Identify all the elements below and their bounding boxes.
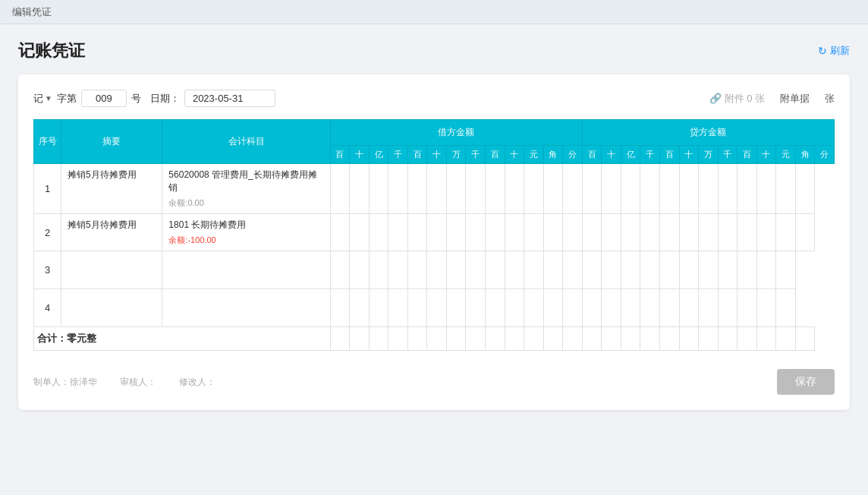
seq-cell: 1 bbox=[34, 164, 61, 214]
seq-cell: 3 bbox=[34, 251, 61, 289]
page-header: 记账凭证 ↻ 刷新 bbox=[18, 39, 850, 62]
sub-qian1: 千 bbox=[388, 146, 408, 164]
title-bar: 编辑凭证 bbox=[0, 0, 868, 24]
page-container: 记账凭证 ↻ 刷新 记 ▼ 字第 号 日期： 🔗 bbox=[0, 24, 868, 495]
voucher-table: 序号 摘要 会计科目 借方金额 贷方金额 百 十 亿 千 百 十 万 bbox=[33, 119, 835, 351]
sub-wan2: 万 bbox=[699, 146, 719, 164]
bottom-info: 制单人：徐泽华 审核人： 修改人： bbox=[33, 376, 215, 389]
summary-cell[interactable]: 摊销5月待摊费用 bbox=[61, 214, 162, 251]
refresh-button[interactable]: ↻ 刷新 bbox=[818, 44, 850, 58]
summary-cell[interactable]: 摊销5月待摊费用 bbox=[61, 164, 162, 214]
col-account-header: 会计科目 bbox=[162, 120, 330, 164]
account-cell[interactable]: 1801 长期待摊费用 余额:-100.00 bbox=[162, 214, 330, 251]
sub-shi5: 十 bbox=[679, 146, 699, 164]
account-cell[interactable] bbox=[162, 289, 330, 327]
account-cell[interactable] bbox=[162, 251, 330, 289]
voucher-meta: 记 ▼ 字第 号 日期： 🔗 附件 0 张 附单据 张 bbox=[33, 90, 835, 107]
sub-yuan2: 元 bbox=[776, 146, 796, 164]
balance-text: 余额:0.00 bbox=[168, 197, 323, 209]
table-row: 3 bbox=[34, 251, 835, 289]
footer-label: 合计：零元整 bbox=[34, 327, 331, 351]
col-summary-header: 摘要 bbox=[61, 120, 162, 164]
save-button[interactable]: 保存 bbox=[777, 369, 835, 395]
sub-shi1: 十 bbox=[350, 146, 370, 164]
seq-cell: 4 bbox=[34, 289, 61, 327]
meta-right: 🔗 附件 0 张 附单据 张 bbox=[709, 92, 835, 106]
sub-yi1: 亿 bbox=[369, 146, 388, 164]
sub-yuan1: 元 bbox=[524, 146, 544, 164]
table-row: 1 摊销5月待摊费用 56020008 管理费用_长期待摊费用摊销 余额:0.0… bbox=[34, 164, 835, 214]
attachment-label: 附件 0 张 bbox=[725, 92, 765, 106]
sub-qian2: 千 bbox=[466, 146, 486, 164]
table-header-top: 序号 摘要 会计科目 借方金额 贷方金额 bbox=[34, 120, 835, 146]
type-dropdown[interactable]: 记 ▼ bbox=[33, 92, 52, 106]
sub-shi2: 十 bbox=[427, 146, 447, 164]
sub-bai6: 百 bbox=[737, 146, 757, 164]
voucher-bottom: 制单人：徐泽华 审核人： 修改人： 保存 bbox=[33, 363, 835, 395]
summary-cell[interactable] bbox=[61, 289, 162, 327]
col-seq-header: 序号 bbox=[34, 120, 61, 164]
modifier-label: 修改人： bbox=[179, 376, 215, 389]
zhang-label: 张 bbox=[825, 92, 835, 106]
sub-wan1: 万 bbox=[446, 146, 466, 164]
account-name: 56020008 管理费用_长期待摊费用摊销 bbox=[168, 169, 323, 194]
col-credit-header: 贷方金额 bbox=[582, 120, 834, 146]
sub-shi3: 十 bbox=[505, 146, 524, 164]
balance-negative: 余额:-100.00 bbox=[168, 235, 323, 246]
sub-bai1: 百 bbox=[330, 146, 350, 164]
date-group: 日期： bbox=[150, 90, 275, 107]
voucher-number-input[interactable] bbox=[81, 90, 127, 107]
sub-bai2: 百 bbox=[407, 146, 427, 164]
sub-fen1: 分 bbox=[563, 146, 583, 164]
sub-shi4: 十 bbox=[602, 146, 621, 164]
single-bill-label[interactable]: 附单据 bbox=[780, 92, 810, 106]
sub-yi2: 亿 bbox=[621, 146, 640, 164]
sub-fen2: 分 bbox=[815, 146, 835, 164]
sub-jiao2: 角 bbox=[795, 146, 815, 164]
zi-label: 字第 bbox=[57, 92, 77, 106]
table-row: 2 摊销5月待摊费用 1801 长期待摊费用 余额:-100.00 bbox=[34, 214, 835, 251]
sub-qian4: 千 bbox=[718, 146, 737, 164]
account-cell[interactable]: 56020008 管理费用_长期待摊费用摊销 余额:0.00 bbox=[162, 164, 330, 214]
account-name: 1801 长期待摊费用 bbox=[168, 219, 323, 232]
summary-cell[interactable] bbox=[61, 251, 162, 289]
date-label: 日期： bbox=[150, 92, 180, 106]
voucher-card: 记 ▼ 字第 号 日期： 🔗 附件 0 张 附单据 张 bbox=[18, 74, 850, 410]
sub-shi6: 十 bbox=[756, 146, 776, 164]
maker-label: 制单人：徐泽华 bbox=[33, 376, 97, 389]
title-bar-label: 编辑凭证 bbox=[12, 5, 52, 19]
sub-jiao1: 角 bbox=[543, 146, 563, 164]
sub-bai4: 百 bbox=[582, 146, 602, 164]
type-label: 记 bbox=[33, 92, 43, 106]
refresh-label: 刷新 bbox=[830, 44, 850, 58]
seq-cell: 2 bbox=[34, 214, 61, 251]
attachment-area[interactable]: 🔗 附件 0 张 bbox=[709, 92, 765, 106]
page-title: 记账凭证 bbox=[18, 39, 85, 62]
sub-bai3: 百 bbox=[486, 146, 505, 164]
paperclip-icon: 🔗 bbox=[709, 93, 722, 104]
col-debit-header: 借方金额 bbox=[330, 120, 582, 146]
date-input[interactable] bbox=[184, 90, 275, 107]
table-wrapper: 序号 摘要 会计科目 借方金额 贷方金额 百 十 亿 千 百 十 万 bbox=[33, 119, 835, 351]
table-row: 4 bbox=[34, 289, 835, 327]
type-group: 记 ▼ 字第 号 bbox=[33, 90, 141, 107]
sub-qian3: 千 bbox=[640, 146, 660, 164]
refresh-icon: ↻ bbox=[818, 45, 827, 57]
hao-label: 号 bbox=[131, 92, 141, 106]
auditor-label: 审核人： bbox=[120, 376, 156, 389]
chevron-down-icon: ▼ bbox=[45, 94, 52, 102]
footer-row: 合计：零元整 bbox=[34, 327, 835, 351]
sub-bai5: 百 bbox=[659, 146, 679, 164]
